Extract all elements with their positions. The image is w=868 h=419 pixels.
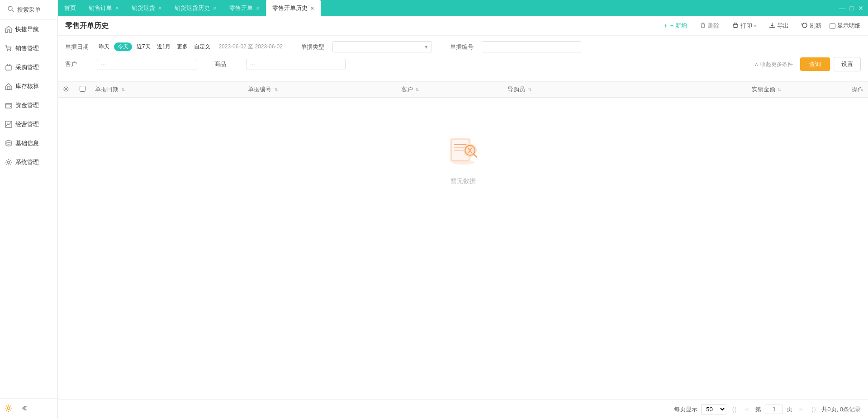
tab-sales-return[interactable]: 销货退货 ✕	[125, 0, 168, 16]
per-page-label: 每页显示	[674, 405, 697, 414]
sidebar-item-basic-info[interactable]: 基础信息	[0, 134, 57, 153]
toolbar-actions: ＋ + 新增 删除	[658, 20, 861, 32]
tab-sales-order[interactable]: 销售订单 ✕	[82, 0, 125, 16]
sidebar-item-quick-nav[interactable]: 快捷导航	[0, 20, 57, 39]
date-shortcut-custom[interactable]: 自定义	[192, 42, 212, 51]
show-detail-input[interactable]	[830, 23, 835, 29]
sidebar-item-sales-mgmt[interactable]: 销售管理	[0, 39, 57, 58]
tab-home-label: 首页	[64, 4, 76, 12]
tab-sales-return-history[interactable]: 销货退货历史 ✕	[168, 0, 223, 16]
add-icon: ＋	[663, 22, 669, 30]
svg-rect-12	[733, 24, 738, 27]
query-button[interactable]: 查询	[800, 57, 830, 71]
sidebar-item-label: 经营管理	[15, 120, 39, 128]
sidebar-collapse-button[interactable]	[20, 404, 28, 414]
sidebar-item-label: 采购管理	[15, 63, 39, 71]
sidebar-item-inventory[interactable]: 库存核算	[0, 77, 57, 96]
window-minimize-button[interactable]: —	[839, 5, 845, 12]
doc-no-label: 单据编号	[450, 43, 482, 51]
sidebar-item-sys-mgmt[interactable]: 系统管理	[0, 153, 57, 172]
svg-point-10	[8, 161, 10, 164]
svg-point-0	[8, 6, 12, 10]
tab-sales-order-close[interactable]: ✕	[115, 5, 119, 11]
sidebar-item-operations[interactable]: 经营管理	[0, 115, 57, 134]
show-detail-checkbox[interactable]: 显示明细	[830, 22, 861, 30]
sidebar-item-purchase-mgmt[interactable]: 采购管理	[0, 58, 57, 77]
sidebar-search-label: 搜索采单	[17, 6, 41, 14]
date-shortcut-today[interactable]: 今天	[114, 42, 132, 51]
tab-sales-return-close[interactable]: ✕	[158, 5, 162, 11]
tab-retail-open-history[interactable]: 零售开单历史 ✕	[266, 0, 321, 16]
per-page-select[interactable]: 50 10 20 100	[701, 404, 726, 414]
th-customer[interactable]: 客户 ⇅	[397, 82, 503, 98]
table-header: 单据日期 ⇅ 单据编号 ⇅ 客户 ⇅ 导购员 ⇅	[58, 82, 868, 98]
goods-dots: ···	[250, 61, 255, 68]
date-shortcut-more[interactable]: 更多	[175, 42, 190, 51]
window-close-button[interactable]: ✕	[858, 5, 863, 12]
tab-retail-open-history-close[interactable]: ✕	[310, 5, 314, 11]
sidebar-search[interactable]: 搜索采单	[0, 0, 57, 20]
customer-dots: ···	[101, 61, 106, 68]
prev-page-button[interactable]: ＜	[742, 405, 752, 414]
svg-rect-6	[5, 104, 12, 108]
chart-icon	[5, 120, 13, 128]
tab-sales-return-history-close[interactable]: ✕	[213, 5, 217, 11]
settings-icon	[5, 158, 13, 166]
tabs-bar: 首页 销售订单 ✕ 销货退货 ✕ 销货退货历史 ✕ 零售开单 ✕ 零售开单历史 …	[58, 0, 868, 16]
collapse-filter-button[interactable]: ∧ 收起更多条件	[754, 61, 793, 68]
th-doc-no[interactable]: 单据编号 ⇅	[243, 82, 396, 98]
refresh-button[interactable]: 刷新	[797, 20, 826, 32]
filter-area: 单据日期 昨天 今天 近7天 近1月 更多 自定义 2023-06-02 至 2…	[58, 36, 868, 82]
table-container: 单据日期 ⇅ 单据编号 ⇅ 客户 ⇅ 导购员 ⇅	[58, 82, 868, 399]
svg-line-1	[12, 10, 14, 12]
window-maximize-button[interactable]: □	[850, 5, 854, 12]
tab-retail-open-close[interactable]: ✕	[256, 5, 260, 11]
svg-point-2	[7, 50, 8, 51]
empty-text: 暂无数据	[451, 177, 476, 185]
th-doc-date[interactable]: 单据日期 ⇅	[90, 82, 243, 98]
first-page-button[interactable]: ⟨⟨	[730, 405, 738, 414]
refresh-icon	[802, 22, 808, 30]
export-button[interactable]: 导出	[764, 20, 793, 32]
doc-type-select[interactable]: ▾	[332, 41, 432, 52]
delete-button[interactable]: 删除	[695, 20, 724, 32]
main-content: 首页 销售订单 ✕ 销货退货 ✕ 销货退货历史 ✕ 零售开单 ✕ 零售开单历史 …	[58, 0, 868, 419]
sort-customer-icon: ⇅	[415, 87, 419, 92]
date-shortcut-1month[interactable]: 近1月	[155, 42, 173, 51]
wallet-icon	[5, 101, 13, 109]
date-shortcut-7days[interactable]: 近7天	[135, 42, 152, 51]
tab-sales-order-label: 销售订单	[89, 4, 112, 12]
settings-gear-button[interactable]	[5, 404, 13, 414]
svg-rect-5	[7, 87, 10, 89]
date-shortcut-yesterday[interactable]: 昨天	[97, 42, 111, 51]
print-dropdown-arrow[interactable]: ▾	[754, 24, 756, 28]
svg-point-13	[65, 88, 67, 90]
doc-no-input[interactable]	[482, 41, 581, 52]
page-container: 零售开单历史 ＋ + 新增 删除	[58, 16, 868, 419]
page-number-input[interactable]	[765, 405, 783, 414]
sidebar-item-finance[interactable]: 资金管理	[0, 96, 57, 115]
svg-rect-4	[6, 66, 11, 70]
delete-icon	[700, 22, 706, 30]
window-controls: — □ ✕	[835, 5, 868, 12]
sidebar-item-label: 基础信息	[15, 139, 39, 147]
tab-home[interactable]: 首页	[58, 0, 82, 16]
box-icon	[5, 63, 13, 71]
tab-sales-return-label: 销货退货	[132, 4, 155, 12]
add-button[interactable]: ＋ + 新增	[658, 20, 692, 32]
select-all-checkbox[interactable]	[80, 86, 85, 92]
last-page-button[interactable]: ⟩⟩	[810, 405, 818, 414]
tab-retail-open[interactable]: 零售开单 ✕	[223, 0, 266, 16]
customer-select[interactable]: ···	[97, 59, 196, 70]
goods-select[interactable]: ···	[246, 59, 346, 70]
doc-type-label: 单据类型	[301, 43, 332, 51]
th-guide[interactable]: 导购员 ⇅	[503, 82, 633, 98]
print-button[interactable]: 打印 ▾	[728, 20, 761, 32]
th-settings[interactable]	[58, 82, 74, 98]
toolbar: 零售开单历史 ＋ + 新增 删除	[58, 16, 868, 36]
next-page-button[interactable]: ＞	[796, 405, 806, 414]
th-checkbox[interactable]	[74, 82, 90, 98]
th-actual-amount[interactable]: 实销金额 ⇅	[633, 82, 786, 98]
settings-button[interactable]: 设置	[834, 57, 861, 71]
th-actions: 操作	[786, 82, 868, 98]
